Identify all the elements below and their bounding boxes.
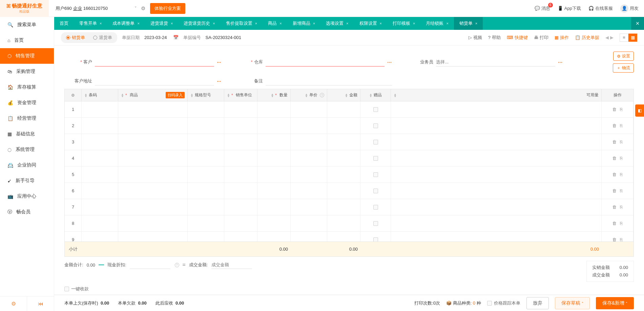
gift-checkbox[interactable]	[373, 123, 378, 128]
table-row[interactable]: 9🗑⎘	[65, 232, 633, 241]
discard-button[interactable]: 放弃	[526, 297, 549, 309]
view-card-button[interactable]: ▦	[628, 34, 637, 42]
scan-entry-button[interactable]: 扫码录入	[166, 92, 185, 98]
table-row[interactable]: 2🗑⎘	[65, 118, 633, 134]
sidebar-item-11[interactable]: 📺应用中心	[0, 189, 54, 204]
warehouse-more-icon[interactable]: ⋯	[387, 60, 392, 65]
tab-6[interactable]: 商品×	[263, 17, 287, 30]
copy-row-icon[interactable]: ⎘	[620, 237, 623, 241]
trial-button[interactable]: 体验行业方案	[150, 3, 185, 14]
sidebar-item-1[interactable]: ⌂首页	[0, 33, 54, 48]
settings-icon[interactable]: ⚙	[141, 5, 145, 12]
delete-row-icon[interactable]: 🗑	[612, 156, 617, 161]
gift-checkbox[interactable]	[373, 189, 378, 193]
tab-11[interactable]: 月结锁账×	[420, 17, 454, 30]
tab-5[interactable]: 售价提取设置×	[221, 17, 263, 30]
messages-link[interactable]: 💬消息 6	[535, 5, 550, 12]
warehouse-input[interactable]	[266, 58, 385, 66]
history-link[interactable]: 📋 历史单据	[575, 35, 599, 41]
copy-row-icon[interactable]: ⎘	[620, 188, 623, 193]
delete-row-icon[interactable]: 🗑	[612, 172, 617, 177]
save-new-button[interactable]: 保存&新增˄	[596, 297, 634, 309]
col-barcode[interactable]: ▲▼条码	[82, 89, 118, 101]
table-row[interactable]: 4🗑⎘	[65, 150, 633, 167]
tab-close-icon[interactable]: ×	[171, 21, 173, 25]
salesman-more-icon[interactable]: ⋯	[558, 60, 563, 65]
copy-row-icon[interactable]: ⎘	[620, 139, 623, 144]
table-row[interactable]: 7🗑⎘	[65, 199, 633, 215]
col-avail[interactable]: ▲▼可用量	[391, 89, 602, 101]
table-row[interactable]: 5🗑⎘	[65, 167, 633, 183]
video-link[interactable]: ▷ 视频	[469, 35, 482, 41]
gift-checkbox[interactable]	[373, 172, 378, 177]
copy-row-icon[interactable]: ⎘	[620, 221, 623, 226]
table-row[interactable]: 3🗑⎘	[65, 134, 633, 150]
tab-close-icon[interactable]: ×	[475, 21, 477, 25]
print-link[interactable]: 🖶 打印	[534, 35, 548, 41]
col-amount[interactable]: ▲▼金额	[327, 89, 360, 101]
delete-row-icon[interactable]: 🗑	[612, 221, 617, 226]
user-menu[interactable]: 👤用友	[620, 4, 639, 13]
gift-checkbox[interactable]	[373, 221, 378, 226]
shortcut-link[interactable]: ⌨ 快捷键	[507, 35, 528, 41]
collect-checkbox[interactable]: 一键收款	[64, 286, 634, 292]
delete-row-icon[interactable]: 🗑	[612, 237, 617, 241]
logistics-button[interactable]: ＋ 物流	[613, 63, 634, 73]
calendar-icon[interactable]: 📅	[173, 35, 179, 40]
address-input[interactable]	[95, 77, 214, 85]
copy-row-icon[interactable]: ⎘	[620, 156, 623, 161]
support-link[interactable]: 🎧在线客服	[588, 5, 613, 12]
sidebar-item-3[interactable]: 🛍采购管理	[0, 64, 54, 79]
gift-checkbox[interactable]	[373, 107, 378, 112]
sidebar-item-4[interactable]: 🏠库存核算	[0, 79, 54, 95]
tab-close-icon[interactable]: ×	[446, 21, 448, 25]
tab-0[interactable]: 首页	[54, 17, 74, 30]
salesman-input[interactable]	[436, 58, 555, 66]
col-spec[interactable]: ▲▼规格型号	[188, 89, 224, 101]
delete-row-icon[interactable]: 🗑	[612, 107, 617, 112]
sidebar-item-0[interactable]: 🔍搜索菜单	[0, 17, 54, 33]
tab-close-icon[interactable]: ×	[255, 21, 257, 25]
tab-close-icon[interactable]: ×	[313, 21, 315, 25]
customer-more-icon[interactable]: ⋯	[217, 60, 222, 65]
sidebar-item-7[interactable]: ▦基础信息	[0, 126, 54, 142]
sidebar-item-6[interactable]: 📋经营管理	[0, 111, 54, 126]
tab-close-icon[interactable]: ×	[380, 21, 382, 25]
copy-row-icon[interactable]: ⎘	[620, 107, 623, 112]
sidebar-item-12[interactable]: Ⓥ畅会员	[0, 204, 54, 220]
table-row[interactable]: 8🗑⎘	[65, 215, 633, 232]
copy-row-icon[interactable]: ⎘	[620, 205, 623, 210]
remark-input[interactable]	[266, 77, 392, 85]
account-selector[interactable]: 用户690企业1660120750 ˅	[56, 5, 137, 12]
tab-4[interactable]: 进货退货历史×	[178, 17, 220, 30]
col-price[interactable]: ▲▼单价?	[291, 89, 327, 101]
tab-close-icon[interactable]: ×	[213, 21, 215, 25]
doc-type-sell[interactable]: 销货单	[62, 33, 89, 42]
deal-input[interactable]	[211, 261, 252, 269]
side-panel-toggle[interactable]: ◧	[635, 104, 644, 117]
copy-row-icon[interactable]: ⎘	[620, 123, 623, 128]
table-row[interactable]: 1🗑⎘	[65, 101, 633, 118]
col-product[interactable]: ▲▼*商品扫码录入	[118, 89, 188, 101]
sidebar-settings-button[interactable]: ⚙	[0, 296, 27, 311]
tab-close-icon[interactable]: ×	[346, 21, 348, 25]
doc-type-return[interactable]: 退货单	[89, 33, 116, 42]
address-more-icon[interactable]: ⋯	[217, 79, 222, 84]
tab-close-icon[interactable]: ×	[100, 21, 102, 25]
app-download-link[interactable]: 📱App下载	[558, 5, 581, 12]
sidebar-item-9[interactable]: 📇企业协同	[0, 157, 54, 173]
tab-8[interactable]: 选项设置×	[320, 17, 354, 30]
copy-row-icon[interactable]: ⎘	[620, 172, 623, 177]
tab-9[interactable]: 权限设置×	[354, 17, 387, 30]
delete-row-icon[interactable]: 🗑	[612, 139, 617, 144]
delete-row-icon[interactable]: 🗑	[612, 123, 617, 128]
sidebar-item-2[interactable]: ⬡销售管理	[0, 48, 54, 64]
help-link[interactable]: ? 帮助	[488, 35, 501, 41]
ops-link[interactable]: ▦ 操作	[555, 35, 569, 41]
prev-doc-button[interactable]: ◀	[605, 35, 609, 40]
help-icon[interactable]: ?	[175, 263, 179, 267]
sidebar-item-8[interactable]: ◌系统管理	[0, 142, 54, 157]
table-row[interactable]: 6🗑⎘	[65, 183, 633, 199]
gift-checkbox[interactable]	[373, 205, 378, 210]
save-draft-button[interactable]: 保存草稿˄	[555, 297, 590, 309]
